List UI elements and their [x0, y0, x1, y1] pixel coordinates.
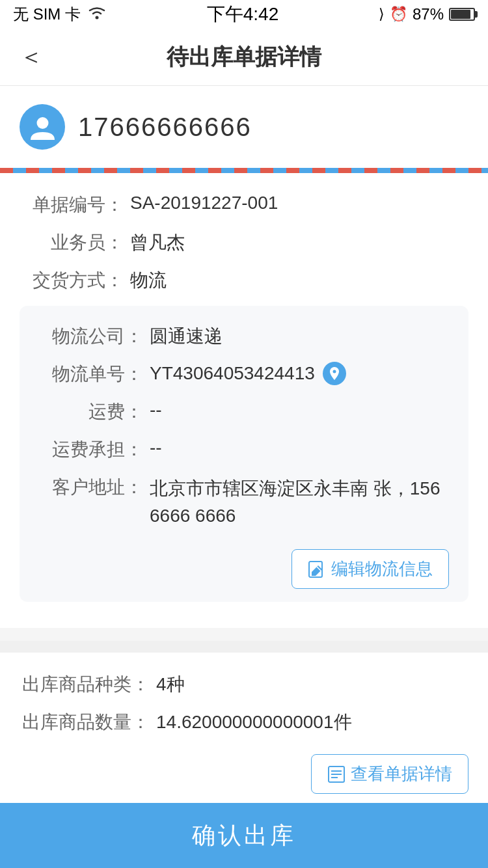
goods-quantity-value: 14.620000000000001件 — [150, 710, 352, 735]
back-button[interactable]: ＜ — [20, 41, 43, 73]
delivery-method-label: 交货方式： — [20, 268, 124, 293]
sales-person-label: 业务员： — [20, 230, 124, 255]
goods-type-label: 出库商品种类： — [20, 672, 150, 697]
edit-logistics-label: 编辑物流信息 — [331, 558, 433, 580]
detail-btn-row: 查看单据详情 — [20, 748, 468, 794]
freight-row: 运费： -- — [39, 400, 449, 424]
delivery-method-row: 交货方式： 物流 — [20, 268, 468, 293]
location-status-icon: ⟩ — [379, 6, 385, 23]
freight-bearer-value: -- — [143, 437, 449, 458]
wifi-icon — [87, 5, 107, 23]
goods-type-value: 4种 — [150, 672, 185, 697]
freight-bearer-label: 运费承担： — [39, 437, 143, 462]
logistics-card: 物流公司： 圆通速递 物流单号： YT43064053424413 运费： -- — [20, 306, 468, 602]
delivery-method-value: 物流 — [124, 268, 468, 293]
sales-person-row: 业务员： 曾凡杰 — [20, 230, 468, 255]
list-icon — [327, 765, 346, 783]
sales-person-value: 曾凡杰 — [124, 230, 468, 255]
avatar — [20, 104, 65, 150]
confirm-bar[interactable]: 确认出库 — [0, 803, 488, 868]
svg-point-0 — [96, 16, 99, 20]
battery-icon — [449, 8, 475, 21]
goods-section: 出库商品种类： 4种 出库商品数量： 14.620000000000001件 查… — [0, 653, 488, 813]
view-detail-button[interactable]: 查看单据详情 — [311, 754, 468, 794]
goods-quantity-label: 出库商品数量： — [20, 710, 150, 735]
logistics-company-row: 物流公司： 圆通速递 — [39, 324, 449, 349]
document-number-value: SA-20191227-001 — [124, 193, 468, 213]
edit-icon — [308, 560, 326, 578]
status-bar: 无 SIM 卡 下午4:42 ⟩ ⏰ 87% — [0, 0, 488, 29]
freight-value: -- — [143, 400, 449, 420]
freight-bearer-row: 运费承担： -- — [39, 437, 449, 462]
edit-btn-row: 编辑物流信息 — [39, 543, 449, 589]
goods-type-row: 出库商品种类： 4种 — [20, 672, 468, 697]
logistics-tracking-row: 物流单号： YT43064053424413 — [39, 362, 449, 387]
page-content: 17666666666 单据编号： SA-20191227-001 业务员： 曾… — [0, 86, 488, 868]
battery-percent: 87% — [413, 5, 444, 23]
edit-logistics-button[interactable]: 编辑物流信息 — [291, 549, 449, 589]
svg-point-1 — [36, 117, 48, 129]
status-right: ⟩ ⏰ 87% — [379, 5, 475, 23]
address-row: 客户地址： 北京市市辖区海淀区永丰南 张，156 6666 6666 — [39, 475, 449, 530]
logistics-tracking-label: 物流单号： — [39, 362, 143, 387]
dashed-divider — [0, 168, 488, 173]
logistics-company-value: 圆通速递 — [143, 324, 449, 349]
status-left: 无 SIM 卡 — [13, 4, 107, 25]
address-value: 北京市市辖区海淀区永丰南 张，156 6666 6666 — [143, 475, 449, 530]
tracking-location-icon[interactable] — [323, 362, 346, 385]
address-label: 客户地址： — [39, 475, 143, 500]
gray-separator — [0, 641, 488, 653]
user-phone: 17666666666 — [78, 113, 252, 142]
page-title: 待出库单据详情 — [167, 42, 321, 72]
view-detail-label: 查看单据详情 — [351, 763, 452, 785]
document-number-row: 单据编号： SA-20191227-001 — [20, 193, 468, 217]
logistics-tracking-value: YT43064053424413 — [143, 362, 449, 385]
basic-info-section: 单据编号： SA-20191227-001 业务员： 曾凡杰 交货方式： 物流 … — [0, 173, 488, 628]
freight-label: 运费： — [39, 400, 143, 424]
nav-bar: ＜ 待出库单据详情 — [0, 29, 488, 86]
user-card: 17666666666 — [0, 86, 488, 168]
document-number-label: 单据编号： — [20, 193, 124, 217]
goods-quantity-row: 出库商品数量： 14.620000000000001件 — [20, 710, 468, 735]
logistics-company-label: 物流公司： — [39, 324, 143, 349]
carrier-label: 无 SIM 卡 — [13, 4, 81, 25]
time-label: 下午4:42 — [207, 2, 279, 27]
alarm-icon: ⏰ — [390, 6, 407, 23]
confirm-button-label: 确认出库 — [192, 820, 296, 852]
